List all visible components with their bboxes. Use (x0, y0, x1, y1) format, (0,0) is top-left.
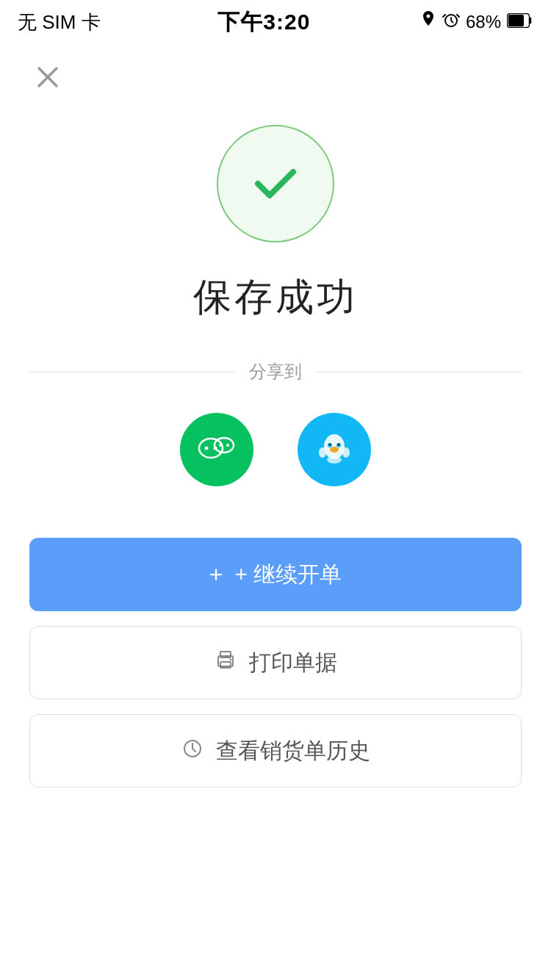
svg-point-15 (338, 444, 340, 446)
close-button[interactable] (29, 59, 66, 96)
battery-icon (507, 12, 533, 32)
plus-icon: + (209, 561, 223, 588)
divider-line-left (29, 372, 234, 372)
svg-point-6 (215, 438, 234, 453)
history-icon (181, 737, 204, 765)
svg-point-18 (342, 447, 350, 458)
svg-point-14 (329, 444, 331, 446)
svg-point-5 (199, 439, 223, 458)
close-btn-container (0, 44, 551, 103)
battery-percentage: 68% (466, 12, 501, 32)
share-label: 分享到 (249, 360, 302, 383)
print-label: 打印单据 (249, 648, 337, 678)
wechat-share-button[interactable] (180, 413, 253, 486)
share-divider: 分享到 (29, 360, 522, 383)
continue-order-button[interactable]: + + 继续开单 (29, 538, 522, 611)
qq-share-button[interactable] (298, 413, 371, 486)
alarm-icon (442, 11, 460, 33)
share-icons-row (180, 413, 371, 486)
status-time: 下午3:20 (217, 7, 310, 37)
success-circle (217, 125, 334, 242)
print-button[interactable]: 打印单据 (29, 626, 522, 699)
svg-point-23 (230, 658, 232, 660)
divider-line-right (317, 372, 522, 372)
status-carrier: 无 SIM 卡 (18, 10, 108, 35)
svg-point-19 (327, 456, 342, 464)
success-title: 保存成功 (193, 272, 358, 323)
svg-point-10 (226, 444, 229, 447)
carrier-text: 无 SIM 卡 (18, 10, 101, 35)
status-indicators: 68% (420, 11, 533, 33)
history-button[interactable]: 查看销货单历史 (29, 714, 522, 788)
continue-order-label: + 继续开单 (234, 560, 342, 590)
svg-point-7 (205, 447, 209, 450)
status-bar: 无 SIM 卡 下午3:20 68% (0, 0, 551, 44)
main-content: 保存成功 分享到 (0, 103, 551, 980)
svg-point-17 (319, 447, 326, 458)
action-buttons: + + 继续开单 打印单据 查看销货单历史 (29, 538, 522, 788)
history-label: 查看销货单历史 (216, 736, 370, 766)
svg-point-16 (330, 447, 339, 453)
svg-rect-2 (508, 15, 524, 26)
svg-point-9 (219, 444, 222, 447)
svg-point-8 (214, 447, 217, 450)
printer-icon (214, 649, 237, 677)
location-icon (420, 11, 436, 33)
